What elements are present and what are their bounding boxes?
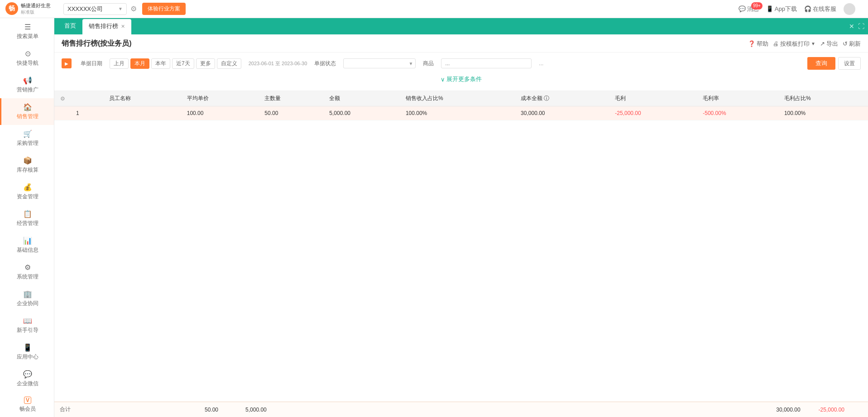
page-content: 销售排行榜(按业务员) ❓ 帮助 🖨 按模板打印 ▼ ↗ 导出 [54,34,868,417]
appstore-icon: 📱 [23,343,32,352]
status-label: 单据状态 [314,60,336,67]
marketing-icon: 📢 [23,76,32,85]
message-button[interactable]: 💬 消息 99+ [739,5,759,13]
sales-rank-table: ⚙ 员工名称 平均单价 主数量 全额 销售收入占比% 成本全额 ⓘ 毛利 毛利率… [54,91,868,120]
help-label: 帮助 [757,40,768,48]
trial-button[interactable]: 体验行业方案 [142,3,186,15]
member-icon: V [24,397,31,404]
col-avg-price: 平均单价 [182,91,259,106]
help-icon: ❓ [748,40,755,47]
logo: 畅 畅捷通好生意 标准版 [5,2,60,15]
sidebar-item-system[interactable]: ⚙ 系统管理 [0,259,54,285]
print-dropdown-arrow: ▼ [811,41,815,46]
tabbar: 首页 销售排行榜 ✕ ✕ ⛶ [54,18,868,34]
status-select-wrapper: ▼ [343,58,416,68]
company-selector[interactable]: XXXXXX公司 ▼ [63,3,127,15]
col-quantity: 主数量 [259,91,324,106]
sidebar-item-enterprise[interactable]: 🏢 企业协同 [0,285,54,312]
expand-label: 展开更多条件 [446,75,482,83]
col-profit-pct: 毛利占比% [779,91,868,106]
date-btn-custom[interactable]: 自定义 [217,58,241,69]
col-sales-pct: 销售收入占比% [400,91,515,106]
sidebar-label-enterprise: 企业协同 [17,300,38,307]
refresh-label: 刷新 [849,40,861,48]
sidebar-label-guide: 新手引导 [17,326,38,334]
sidebar-item-marketing[interactable]: 📢 营销推广 [0,72,54,98]
sales-icon: 🏠 [23,103,32,111]
help-button[interactable]: ❓ 帮助 [748,40,768,48]
table-header-row: ⚙ 员工名称 平均单价 主数量 全额 销售收入占比% 成本全额 ⓘ 毛利 毛利率… [54,91,868,106]
enterprise-icon: 🏢 [23,290,32,298]
topbar-right: 💬 消息 99+ 📱 App下载 🎧 在线客服 [739,3,863,15]
footer-label: 合计 [60,406,105,413]
tab-home[interactable]: 首页 [58,18,82,34]
footer-cost: 30,000.00 [776,407,800,413]
company-settings-icon[interactable]: ⚙ [130,5,137,13]
sidebar-label-sales: 销售管理 [17,113,38,120]
tab-expand-icon[interactable]: ⛶ [858,23,864,30]
col-settings[interactable]: ⚙ [54,91,71,106]
page-actions: ❓ 帮助 🖨 按模板打印 ▼ ↗ 导出 ↺ 刷新 [748,40,861,48]
search-icon: ☰ [24,23,31,31]
sidebar-item-wechat[interactable]: 💬 企业微信 [0,365,54,392]
sidebar-item-basic[interactable]: 📊 基础信息 [0,232,54,259]
goods-label: 商品 [423,60,434,67]
filter-more-icon[interactable]: ... [539,60,543,67]
sidebar-item-inventory[interactable]: 📦 库存核算 [0,152,54,178]
logo-sub: 标准版 [21,9,51,15]
col-profit-rate: 毛利率 [697,91,779,106]
col-profit: 毛利 [609,91,697,106]
app-icon: 📱 [766,5,773,12]
expand-more-button[interactable]: ∨ 展开更多条件 [441,75,482,83]
sidebar-item-search[interactable]: ☰ 搜索菜单 [0,18,54,45]
tabbar-right: ✕ ⛶ [849,23,864,30]
sidebar-item-finance[interactable]: 💰 资金管理 [0,178,54,205]
service-label: 在线客服 [813,5,836,13]
filter-toggle-icon: ▶ [65,61,68,66]
sidebar: ☰ 搜索菜单 ⊙ 快捷导航 📢 营销推广 🏠 销售管理 🛒 采购管理 📦 库存核… [0,18,54,417]
sidebar-label-basic: 基础信息 [17,246,38,254]
app-label: App下载 [775,5,797,13]
sidebar-item-shortcut[interactable]: ⊙ 快捷导航 [0,45,54,72]
avatar[interactable] [844,3,855,15]
col-amount: 全额 [324,91,400,106]
export-button[interactable]: ↗ 导出 [820,40,838,48]
sidebar-label-shortcut: 快捷导航 [17,59,38,67]
status-select[interactable] [343,58,416,68]
query-button[interactable]: 查询 [807,57,835,70]
sidebar-item-sales[interactable]: 🏠 销售管理 [0,98,54,125]
sidebar-item-member[interactable]: V 畅会员 [0,392,54,417]
expand-icon: ∨ [441,76,445,83]
settings-button[interactable]: 设置 [838,57,861,70]
tab-close-icon[interactable]: ✕ [121,24,125,29]
service-icon: 🎧 [804,5,811,12]
online-service-button[interactable]: 🎧 在线客服 [804,5,836,13]
page-title: 销售排行榜(按业务员) [62,39,132,48]
finance-icon: 💰 [23,183,32,192]
tab-sales-rank[interactable]: 销售排行榜 ✕ [82,19,131,34]
date-btn-this-month[interactable]: 本月 [130,58,149,69]
row-amount: 5,000.00 [324,106,400,120]
date-buttons: 上月 本月 本年 近7天 更多 自定义 [110,58,241,69]
date-btn-last-month[interactable]: 上月 [110,58,129,69]
app-download-button[interactable]: 📱 App下载 [766,5,797,13]
sidebar-item-appstore[interactable]: 📱 应用中心 [0,339,54,365]
footer-profit: -25,000.00 [819,407,844,413]
sidebar-item-purchase[interactable]: 🛒 采购管理 [0,125,54,152]
table-row: 1 100.00 50.00 5,000.00 100.00% 30,000.0… [54,106,868,120]
sidebar-label-inventory: 库存核算 [17,166,38,174]
topbar: 畅 畅捷通好生意 标准版 XXXXXX公司 ▼ ⚙ 体验行业方案 💬 消息 99… [0,0,868,18]
date-btn-this-year[interactable]: 本年 [151,58,170,69]
sidebar-item-guide[interactable]: 📖 新手引导 [0,312,54,339]
date-btn-last7[interactable]: 近7天 [172,58,194,69]
tab-close-window-icon[interactable]: ✕ [849,23,854,30]
date-btn-more[interactable]: 更多 [196,58,215,69]
date-range: 2023-06-01 至 2023-06-30 [249,60,307,67]
filter-toggle-button[interactable]: ▶ [62,58,72,68]
goods-input[interactable] [441,58,532,68]
template-print-button[interactable]: 🖨 按模板打印 ▼ [773,40,815,48]
sidebar-label-purchase: 采购管理 [17,139,38,147]
sidebar-item-operations[interactable]: 📋 经营管理 [0,205,54,232]
company-dropdown-arrow: ▼ [118,6,123,11]
refresh-button[interactable]: ↺ 刷新 [843,40,861,48]
